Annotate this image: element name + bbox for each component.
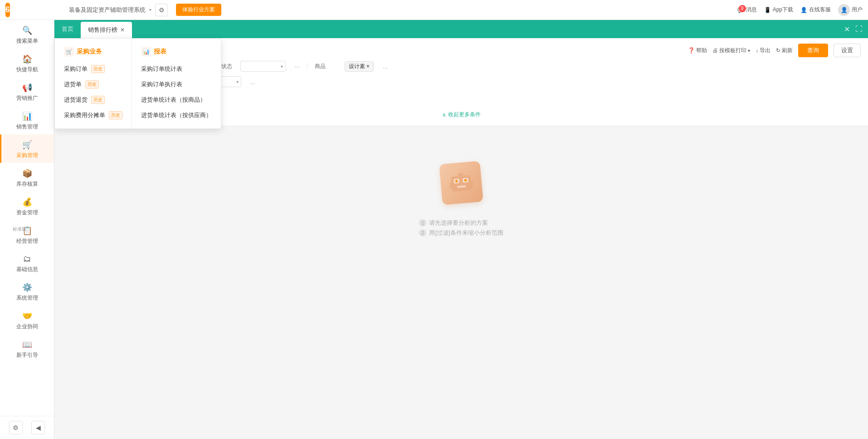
top-header: 6 畅捷通好生意 标准版 装备及固定资产辅助管理系统 ▾ ⚙ 体验行业方案 💬 … [0, 0, 868, 20]
dropdown-item-incoming-stats-goods[interactable]: 进货单统计表（按商品） [132, 92, 221, 108]
tab-bar-right: ✕ ⛶ [842, 23, 868, 35]
dropdown-purchase-col: 🛒 采购业务 采购订单 历史 进货单 历史 进货退货 历史 采购费用分摊单 历史 [55, 39, 132, 128]
dropdown-item-return[interactable]: 进货退货 历史 [55, 92, 132, 108]
empty-line1: 请先选择要分析的方案 [429, 219, 488, 227]
settings-icon[interactable]: ⚙ [155, 4, 168, 16]
empty-text: 1 请先选择要分析的方案 2 用[过滤]条件来缩小分析范围 [419, 217, 503, 239]
order-exec-label: 采购订单执行表 [141, 80, 182, 89]
dropdown-purchase-title-text: 采购业务 [77, 48, 102, 56]
online-service-label: 在线客服 [809, 6, 831, 14]
dropdown-report-title: 📊 报表 [132, 44, 221, 61]
toolbar-right: ❓ 帮助 🖨 按模板打印 ▾ ↓ 导出 ↻ 刷新 [688, 44, 861, 57]
dropdown-item-incoming-stats-supplier[interactable]: 进货单统计表（按供应商） [132, 108, 221, 123]
incoming-stats-supplier-label: 进货单统计表（按供应商） [141, 111, 212, 119]
user-item[interactable]: 👤 用户 [838, 4, 863, 16]
sidebar-item-cooperation[interactable]: 🤝 企业协同 [0, 306, 54, 334]
query-btn[interactable]: 查询 [798, 44, 828, 57]
salesperson-dots[interactable]: ... [250, 79, 255, 85]
sidebar-item-guide[interactable]: 📖 新手引导 [0, 334, 54, 363]
refresh-btn[interactable]: ↻ 刷新 [776, 47, 793, 54]
system-name: 装备及固定资产辅助管理系统 ▾ ⚙ 体验行业方案 [60, 4, 737, 16]
refresh-label: 刷新 [782, 47, 793, 54]
dropdown-item-order-exec[interactable]: 采购订单执行表 [132, 77, 221, 92]
sidebar-item-basic-info[interactable]: 🗂 基础信息 [0, 249, 54, 277]
tab-window-close-icon[interactable]: ✕ [842, 23, 852, 35]
online-service-item[interactable]: 👤 在线客服 [800, 6, 831, 14]
help-label: 帮助 [696, 47, 707, 54]
header-right: 💬 9 消息 📱 App下载 👤 在线客服 👤 用户 [737, 4, 863, 16]
app-download-label: App下载 [773, 6, 793, 14]
svg-rect-0 [451, 175, 472, 192]
dropdown-purchase-title: 🛒 采购业务 [55, 44, 132, 61]
service-icon: 👤 [800, 7, 807, 13]
dropdown-item-incoming[interactable]: 进货单 历史 [55, 77, 132, 92]
divider-2 [307, 63, 307, 70]
export-label: 导出 [760, 47, 770, 54]
guide-icon: 📖 [22, 340, 32, 350]
history-badge-4: 历史 [109, 111, 122, 119]
collapse-icon: ∧ [442, 112, 446, 118]
user-avatar: 👤 [838, 4, 850, 16]
sidebar-label-system: 系统管理 [16, 294, 38, 302]
export-icon: ↓ [756, 47, 758, 54]
goods-tag-text: 设计素 × [349, 63, 370, 70]
logo-icon: 6 [5, 3, 10, 17]
app-download-item[interactable]: 📱 App下载 [764, 6, 793, 14]
sidebar-label-guide: 新手引导 [16, 351, 38, 359]
tab-sales-rank[interactable]: 销售排行榜 ✕ [81, 22, 132, 38]
phone-icon: 📱 [764, 7, 771, 13]
print-dropdown-icon: ▾ [748, 48, 750, 53]
dropdown-item-purchase-order[interactable]: 采购订单 历史 [55, 61, 132, 77]
dropdown-report-col: 📊 报表 采购订单统计表 采购订单执行表 进货单统计表（按商品） 进货单统计表（… [132, 39, 221, 128]
messages-badge-wrap: 💬 9 [737, 7, 744, 13]
sidebar-label-operations: 经营管理 [16, 237, 38, 245]
refresh-icon: ↻ [776, 47, 780, 54]
basic-info-icon: 🗂 [23, 254, 31, 264]
dropdown-arrow-icon[interactable]: ▾ [149, 7, 151, 12]
system-name-text: 装备及固定资产辅助管理系统 [69, 6, 146, 14]
active-indicator [0, 134, 1, 163]
expense-label: 采购费用分摊单 [64, 111, 105, 119]
tab-close-icon[interactable]: ✕ [120, 27, 125, 33]
print-btn[interactable]: 🖨 按模板打印 ▾ [712, 47, 750, 54]
tab-expand-icon[interactable]: ⛶ [853, 23, 864, 35]
empty-robot-icon [439, 161, 483, 205]
dropdown-report-title-text: 报表 [154, 48, 166, 56]
export-btn[interactable]: ↓ 导出 [756, 47, 770, 54]
sidebar-item-system[interactable]: ⚙️ 系统管理 [0, 277, 54, 306]
messages-label: 消息 [746, 6, 757, 14]
doc-status-select-wrap: ▾ [240, 61, 286, 72]
sidebar-collapse-btn[interactable]: ◀ [31, 421, 45, 434]
goods-dots[interactable]: ... [383, 63, 388, 70]
dropdown-item-order-stats[interactable]: 采购订单统计表 [132, 61, 221, 77]
help-btn[interactable]: ❓ 帮助 [688, 47, 707, 54]
tab-bar: 首页 销售排行榜 ✕ ✕ ⛶ [54, 20, 868, 38]
purchase-title-icon: 🛒 [64, 47, 74, 57]
messages-item[interactable]: 💬 9 消息 [737, 6, 757, 14]
dropdown-menu: 🛒 采购业务 采购订单 历史 进货单 历史 进货退货 历史 采购费用分摊单 历史… [54, 38, 221, 129]
industry-btn[interactable]: 体验行业方案 [176, 4, 221, 16]
print-label: 按模板打印 [719, 47, 746, 54]
history-badge-3: 历史 [91, 96, 105, 104]
empty-line2: 用[过滤]条件来缩小分析范围 [429, 229, 503, 237]
sidebar-label-basic-info: 基础信息 [16, 266, 38, 273]
messages-badge: 9 [739, 5, 746, 12]
logo-area: 6 畅捷通好生意 标准版 [5, 0, 60, 232]
empty-icon-wrap [434, 163, 488, 208]
collapse-label: 收起更多条件 [448, 111, 481, 118]
goods-label: 商品 [315, 63, 337, 70]
help-icon: ❓ [688, 47, 695, 54]
order-stats-label: 采购订单统计表 [141, 65, 182, 73]
report-title-icon: 📊 [141, 47, 151, 57]
system-icon: ⚙️ [22, 282, 32, 292]
sidebar-settings-btn[interactable]: ⚙ [9, 421, 23, 434]
doc-status-select[interactable] [240, 61, 286, 72]
history-badge-2: 历史 [85, 80, 99, 89]
cooperation-icon: 🤝 [22, 311, 32, 321]
doc-status-dots[interactable]: ··· [295, 63, 300, 70]
empty-state: 1 请先选择要分析的方案 2 用[过滤]条件来缩小分析范围 [54, 126, 868, 275]
return-label: 进货退货 [64, 96, 88, 104]
dropdown-item-expense[interactable]: 采购费用分摊单 历史 [55, 108, 132, 123]
purchase-order-label: 采购订单 [64, 65, 88, 73]
settings-btn[interactable]: 设置 [834, 44, 861, 57]
